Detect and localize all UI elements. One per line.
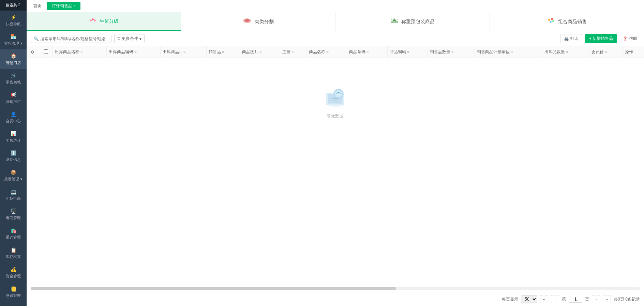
th-product-spec[interactable]: 出库商品...⇅: [160, 46, 206, 58]
cat-tab-weight[interactable]: 称重预包装商品: [335, 12, 490, 31]
th-sale-unit[interactable]: 销售商品计量单位⇅: [475, 46, 542, 58]
filter-arrow-icon: ▾: [139, 36, 141, 41]
svg-rect-5: [391, 21, 398, 23]
help-button[interactable]: ❓ 帮助: [620, 34, 640, 43]
sidebar: 搜索菜单 ⚡ 快捷导航 🏪 零售管理 ▾ 🏠 智慧门店 🛒 零售商城 📢 营销推…: [0, 0, 27, 306]
sidebar-item-invoice[interactable]: 🧾 发票管理: [0, 302, 27, 306]
svg-line-8: [397, 19, 398, 20]
cat-tab-combo[interactable]: 组合商品销售: [490, 12, 644, 31]
th-sale-product[interactable]: 销售品⇅: [206, 46, 240, 58]
prev-page-button[interactable]: ‹: [551, 295, 559, 303]
page-number-input[interactable]: [569, 296, 582, 303]
search-icon: 🔍: [34, 36, 39, 41]
th-member-price[interactable]: 会员价⇅: [589, 46, 623, 58]
sidebar-logo[interactable]: 搜索菜单: [0, 0, 27, 11]
sort-icon-10: ⇅: [510, 50, 513, 54]
select-all-checkbox[interactable]: [44, 49, 48, 54]
th-settings[interactable]: ⚙: [27, 46, 39, 58]
cat-tab-meat[interactable]: 肉类分割: [181, 12, 335, 31]
sort-icon-6: ⇅: [326, 50, 329, 54]
home-breadcrumb[interactable]: 首页: [31, 3, 44, 9]
svg-rect-20: [333, 100, 338, 101]
sort-icon-0: ⇅: [80, 50, 83, 54]
th-action-label: 操作: [625, 49, 633, 54]
sidebar-item-quick-nav[interactable]: ⚡ 快捷导航: [0, 11, 27, 30]
svg-point-11: [550, 21, 552, 23]
add-label: + 新增销售品: [589, 36, 613, 42]
page-area: 生鲜分级 肉类分割 称重预包装商品 组合商品销售: [27, 12, 644, 306]
toolbar-right: 🖨️ 打印 + 新增销售品 ❓ 帮助: [560, 34, 640, 43]
sidebar-item-ecommerce[interactable]: 🖥️ 电商管理: [0, 205, 27, 224]
th-product-spec-label: 出库商品...: [163, 49, 182, 54]
sidebar-item-marketing[interactable]: 📢 营销推广: [0, 88, 27, 108]
empty-state: 暂无数据: [27, 58, 644, 146]
search-box[interactable]: 🔍: [31, 35, 111, 43]
ledger-icon: 📒: [1, 286, 25, 293]
th-goods-code[interactable]: 商品编码⇅: [387, 46, 428, 58]
sidebar-item-member[interactable]: 👤 会员中心: [0, 108, 27, 127]
th-main-qty[interactable]: 主量⇅: [280, 46, 306, 58]
sidebar-item-ledger[interactable]: 📒 总账管理: [0, 282, 27, 302]
th-action: 操作: [623, 46, 644, 58]
svg-point-17: [335, 90, 342, 97]
cat-tab-fresh[interactable]: 生鲜分级: [27, 12, 181, 31]
th-goods-name-label: 商品名称: [309, 49, 325, 54]
empty-icon: [321, 85, 349, 109]
inventory-icon: 📋: [1, 247, 25, 254]
th-sale-qty[interactable]: 销售品数量⇅: [428, 46, 475, 58]
sidebar-item-finance[interactable]: 💰 资金管理: [0, 263, 27, 282]
topbar: 首页 特殊销售品 ×: [27, 0, 644, 12]
th-checkbox[interactable]: [39, 46, 53, 58]
wholesale-icon: 📦: [1, 169, 25, 176]
th-outbound-qty-label: 出库品数量: [544, 49, 565, 54]
scroll-thumb: [31, 287, 396, 290]
printer-icon: 🖨️: [564, 36, 569, 41]
th-goods-name[interactable]: 商品名称⇅: [307, 46, 347, 58]
last-page-button[interactable]: »: [603, 295, 611, 303]
th-outbound-qty[interactable]: 出库品数量⇅: [542, 46, 589, 58]
close-tab-button[interactable]: ×: [74, 4, 76, 8]
sort-icon-7: ⇅: [366, 50, 369, 54]
sort-icon-1: ⇅: [134, 50, 137, 54]
svg-point-10: [551, 18, 553, 20]
per-page-select[interactable]: 50: [521, 295, 537, 303]
sidebar-item-purchase[interactable]: 🛍️ 采购管理: [0, 224, 27, 244]
sort-icon-4: ⇅: [259, 50, 262, 54]
th-product-code[interactable]: 出库商品编码⇅: [106, 46, 160, 58]
th-sale-product-label: 销售品: [209, 49, 221, 54]
first-page-button[interactable]: «: [540, 295, 548, 303]
print-button[interactable]: 🖨️ 打印: [560, 34, 582, 43]
th-barcode-label: 商品条码: [349, 49, 365, 54]
fresh-icon: [89, 17, 97, 26]
th-barcode[interactable]: 商品条码⇅: [347, 46, 387, 58]
sidebar-item-retail[interactable]: 🏪 零售管理 ▾: [0, 30, 27, 49]
active-tab[interactable]: 特殊销售品 ×: [47, 2, 80, 10]
sort-icon-5: ⇅: [291, 50, 294, 54]
svg-marker-6: [392, 18, 396, 21]
bottom-scrollbar[interactable]: [27, 285, 644, 292]
main-content: 首页 特殊销售品 × 生鲜分级 肉类分割: [27, 0, 644, 306]
sidebar-item-stats[interactable]: 📊 零售统计: [0, 127, 27, 147]
filter-icon: ▽: [117, 36, 120, 41]
th-product-name[interactable]: 出库商品名称⇅: [53, 46, 106, 58]
sidebar-item-ecommerce-small[interactable]: 💻 小畅电商: [0, 185, 27, 205]
svg-rect-19: [332, 98, 339, 99]
finance-icon: 💰: [1, 266, 25, 273]
sort-icon-2: ⇅: [183, 50, 186, 54]
sidebar-item-inventory[interactable]: 📋 库存核算: [0, 244, 27, 263]
filter-button[interactable]: ▽ 更多条件 ▾: [114, 34, 145, 43]
sort-icon-8: ⇅: [407, 50, 409, 54]
sidebar-item-wholesale[interactable]: 📦 批发管理 ▾: [0, 166, 27, 185]
sidebar-item-smart-store[interactable]: 🏠 智慧门店: [0, 49, 27, 69]
sidebar-item-basic[interactable]: ℹ️ 基础信息: [0, 147, 27, 166]
sort-icon-3: ⇅: [222, 50, 224, 54]
search-input[interactable]: [40, 36, 108, 41]
th-member-price-label: 会员价: [591, 49, 604, 54]
next-page-button[interactable]: ›: [592, 295, 600, 303]
combo-icon: [547, 17, 555, 26]
sidebar-item-mall[interactable]: 🛒 零售商城: [0, 69, 27, 88]
page-prefix-label: 第: [562, 296, 566, 302]
add-product-button[interactable]: + 新增销售品: [585, 34, 617, 43]
th-image[interactable]: 商品图片⇅: [240, 46, 280, 58]
toolbar-left: 🔍 ▽ 更多条件 ▾: [31, 34, 145, 43]
